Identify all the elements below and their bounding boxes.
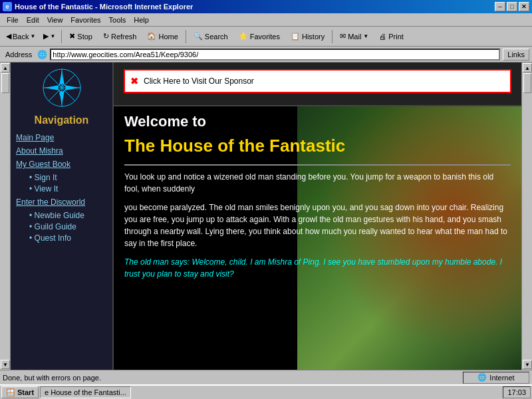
mail-dropdown-icon: ▼ xyxy=(363,33,368,39)
paragraph-1: You look up and notice a wizened old man… xyxy=(124,171,511,195)
print-button[interactable]: 🖨 Print xyxy=(374,29,408,45)
forward-button[interactable]: ▶ ▼ xyxy=(40,29,59,45)
page-content-wrapper: ✖ Click Here to Visit Our Sponsor Welcom… xyxy=(114,63,521,370)
sidebar-scroll-up[interactable]: ▲ xyxy=(1,63,10,72)
refresh-icon: ↻ xyxy=(103,32,109,41)
forward-arrow-icon: ▶ xyxy=(43,32,49,41)
start-button[interactable]: 🪟 Start xyxy=(1,386,39,398)
toolbar: ◀ Back ▼ ▶ ▼ ✖ Stop ↻ Refresh 🏠 Home 🔍 S… xyxy=(0,27,532,47)
nav-about-mishra[interactable]: About Mishra xyxy=(16,146,107,156)
sidebar-scroll-track xyxy=(0,73,10,359)
main-scroll-down[interactable]: ▼ xyxy=(523,360,532,369)
main-scroll-thumb[interactable] xyxy=(523,73,531,93)
stop-icon: ✖ xyxy=(69,32,75,41)
svg-marker-7 xyxy=(45,85,59,90)
taskbar-ie-item[interactable]: e House of the Fantasti... xyxy=(40,386,131,398)
menu-file[interactable]: File xyxy=(3,15,23,25)
sidebar-scroll-thumb[interactable] xyxy=(1,73,9,93)
address-bar: Address 🌐 Links xyxy=(0,47,532,63)
nav-title: Navigation xyxy=(16,114,107,126)
ad-banner[interactable]: ✖ Click Here to Visit Our Sponsor xyxy=(124,69,511,93)
nav-newbie-guide[interactable]: Newbie Guide xyxy=(29,211,107,220)
nav-guild-guide[interactable]: Guild Guide xyxy=(29,222,107,231)
mail-button[interactable]: ✉ Mail ▼ xyxy=(335,29,373,45)
refresh-button[interactable]: ↻ Refresh xyxy=(98,29,142,45)
minimize-button[interactable]: ─ xyxy=(495,2,505,11)
system-clock: 17:03 xyxy=(503,386,531,398)
search-button[interactable]: 🔍 Search xyxy=(189,29,233,45)
main-content: Welcome to The House of the Fantastic Yo… xyxy=(114,106,521,370)
window-title: House of the Fantastic - Microsoft Inter… xyxy=(15,3,193,11)
nav-main-page[interactable]: Main Page xyxy=(16,133,107,142)
back-dropdown-icon: ▼ xyxy=(30,33,35,39)
status-globe-icon: 🌐 xyxy=(477,373,487,382)
search-icon: 🔍 xyxy=(194,32,203,41)
svg-text:G: G xyxy=(59,91,63,97)
links-button[interactable]: Links xyxy=(503,49,529,61)
history-icon: 📋 xyxy=(291,32,300,41)
main-scroll-track xyxy=(522,73,532,359)
windows-icon: 🪟 xyxy=(6,388,15,397)
favorites-icon: ⭐ xyxy=(239,32,248,41)
menu-favorites[interactable]: Favorites xyxy=(66,15,104,25)
nav-sign-it[interactable]: Sign It xyxy=(29,173,107,182)
menu-view[interactable]: View xyxy=(43,15,67,25)
main-scrollbar[interactable]: ▲ ▼ xyxy=(521,63,532,370)
back-arrow-icon: ◀ xyxy=(6,32,11,41)
sidebar-scroll-down[interactable]: ▼ xyxy=(1,360,10,369)
site-title: The House of the Fantastic xyxy=(124,136,511,156)
address-label: Address xyxy=(3,51,35,59)
home-button[interactable]: 🏠 Home xyxy=(142,29,182,45)
sidebar-logo: G G xyxy=(16,68,107,108)
nav-discworld[interactable]: Enter the Discworld xyxy=(16,198,107,207)
close-button[interactable]: ✕ xyxy=(519,2,529,11)
title-bar: e House of the Fantastic - Microsoft Int… xyxy=(0,0,532,13)
content-inner: Welcome to The House of the Fantastic Yo… xyxy=(124,113,511,280)
nav-guest-book[interactable]: My Guest Book xyxy=(16,160,107,169)
sidebar: G G Navigation Main Page About Mishra My… xyxy=(11,63,114,370)
main-scroll-up[interactable]: ▲ xyxy=(523,63,532,72)
back-button[interactable]: ◀ Back ▼ xyxy=(3,29,39,45)
ad-text: Click Here to Visit Our Sponsor xyxy=(144,76,254,86)
status-bar: Done, but with errors on page. 🌐 Interne… xyxy=(0,370,532,384)
menu-tools[interactable]: Tools xyxy=(105,15,130,25)
ad-error-icon: ✖ xyxy=(130,76,138,86)
menu-edit[interactable]: Edit xyxy=(23,15,43,25)
status-zone: 🌐 Internet xyxy=(463,372,529,384)
separator-1 xyxy=(61,30,62,43)
speech-text: The old man says: Welcome, child. I am M… xyxy=(124,256,511,280)
home-icon: 🏠 xyxy=(147,32,156,41)
content-divider xyxy=(124,164,511,166)
ie-icon: e xyxy=(45,388,49,396)
status-text: Done, but with errors on page. xyxy=(3,374,460,382)
forward-dropdown-icon: ▼ xyxy=(50,33,55,39)
window-controls: ─ □ ✕ xyxy=(495,2,529,11)
address-icon: 🌐 xyxy=(37,50,47,59)
svg-marker-8 xyxy=(65,85,79,90)
paragraph-2: you become paralyzed. The old man smiles… xyxy=(124,201,511,249)
stop-button[interactable]: ✖ Stop xyxy=(65,29,97,45)
svg-text:G: G xyxy=(59,82,63,88)
separator-3 xyxy=(332,30,332,43)
nav-quest-info[interactable]: Quest Info xyxy=(29,233,107,243)
sidebar-scrollbar[interactable]: ▲ ▼ xyxy=(0,63,11,370)
menu-bar: File Edit View Favorites Tools Help xyxy=(0,13,532,27)
menu-help[interactable]: Help xyxy=(130,15,153,25)
mail-icon: ✉ xyxy=(340,32,346,41)
print-icon: 🖨 xyxy=(379,33,386,41)
welcome-heading: Welcome to xyxy=(124,113,511,130)
maximize-button[interactable]: □ xyxy=(507,2,517,11)
browser-content: ▲ ▼ G G xyxy=(0,63,532,370)
nav-view-it[interactable]: View It xyxy=(29,184,107,194)
separator-2 xyxy=(186,30,186,43)
favorites-button[interactable]: ⭐ Favorites xyxy=(234,29,285,45)
taskbar: 🪟 Start e House of the Fantasti... 17:03 xyxy=(0,384,532,399)
address-input[interactable] xyxy=(50,49,500,61)
app-icon: e xyxy=(3,2,12,11)
history-button[interactable]: 📋 History xyxy=(286,29,329,45)
